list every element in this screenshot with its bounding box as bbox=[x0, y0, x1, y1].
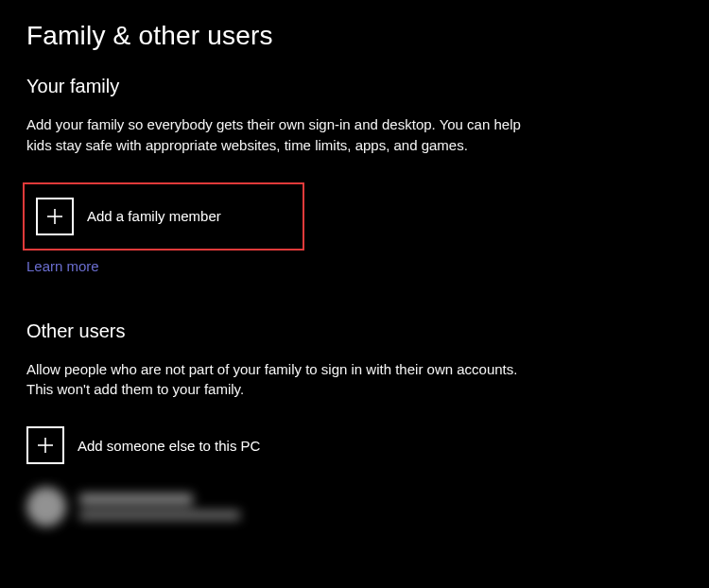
page-title: Family & other users bbox=[26, 21, 683, 51]
plus-icon bbox=[26, 426, 64, 464]
avatar bbox=[26, 487, 66, 527]
other-users-heading: Other users bbox=[26, 320, 683, 342]
add-other-user-button[interactable]: Add someone else to this PC bbox=[26, 426, 683, 464]
add-other-user-label: Add someone else to this PC bbox=[78, 438, 260, 454]
user-entry[interactable] bbox=[26, 487, 683, 527]
add-family-member-label: Add a family member bbox=[87, 208, 221, 224]
your-family-heading: Your family bbox=[26, 76, 683, 97]
user-text bbox=[79, 493, 240, 520]
other-users-description: Allow people who are not part of your fa… bbox=[26, 359, 537, 401]
learn-more-link[interactable]: Learn more bbox=[26, 258, 99, 274]
add-family-member-button[interactable]: Add a family member bbox=[23, 182, 304, 251]
your-family-description: Add your family so everybody gets their … bbox=[26, 114, 537, 156]
plus-icon bbox=[36, 198, 74, 235]
